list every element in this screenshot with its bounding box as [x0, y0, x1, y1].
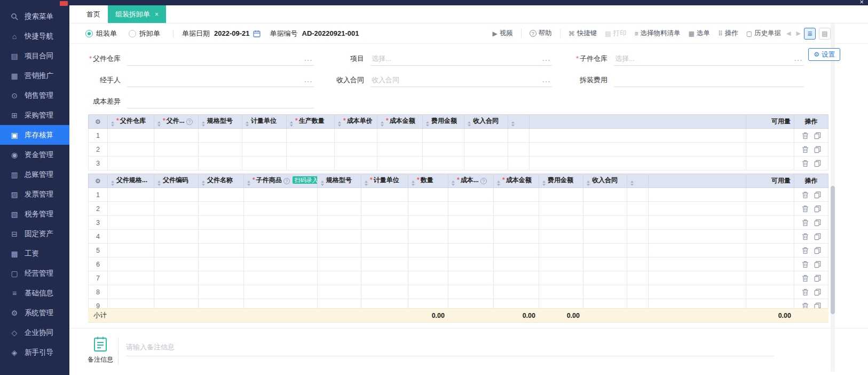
table-cell[interactable]	[448, 299, 494, 309]
sort-icon[interactable]	[246, 121, 249, 127]
calendar-icon[interactable]	[253, 30, 261, 37]
scan-entry-badge[interactable]: 扫码录入	[293, 176, 318, 184]
table-cell[interactable]	[746, 285, 794, 299]
radio-disassembly-order[interactable]: 拆卸单	[129, 29, 160, 38]
delete-row-icon[interactable]	[802, 302, 809, 308]
settings-button[interactable]: ⚙ 设置	[808, 48, 840, 61]
table-cell[interactable]	[199, 230, 244, 244]
sidebar-item-sales-mgmt[interactable]: ⊙销售管理	[0, 85, 69, 105]
table-cell[interactable]	[108, 285, 154, 299]
col-spec-model[interactable]: 规格型号	[318, 174, 361, 188]
table-cell[interactable]	[154, 129, 199, 143]
scrollbar-thumb[interactable]	[831, 186, 835, 314]
table-cell[interactable]	[746, 216, 794, 230]
table-cell[interactable]	[423, 143, 464, 157]
table-cell[interactable]	[583, 216, 627, 230]
table-cell[interactable]	[627, 257, 649, 271]
sort-icon[interactable]	[468, 121, 471, 127]
table-cell[interactable]	[508, 143, 530, 157]
table-cell[interactable]	[448, 188, 494, 202]
tab-close-icon[interactable]: ×	[155, 11, 159, 18]
col-income-contract[interactable]: 收入合同	[583, 174, 627, 188]
table-cell[interactable]	[649, 285, 746, 299]
table-cell[interactable]	[494, 216, 539, 230]
table-cell[interactable]	[199, 188, 244, 202]
col-settings[interactable]: ⚙	[89, 115, 108, 129]
table-cell[interactable]	[242, 143, 287, 157]
table-cell[interactable]	[649, 271, 746, 285]
delete-row-icon[interactable]	[802, 132, 809, 139]
col-unit[interactable]: *计量单位	[361, 174, 408, 188]
table-cell[interactable]	[318, 285, 361, 299]
table-cell[interactable]	[199, 271, 244, 285]
cost-variance-input[interactable]	[127, 95, 314, 108]
table-cell[interactable]	[244, 188, 318, 202]
sidebar-item-invoice-mgmt[interactable]: ▨发票管理	[0, 184, 69, 204]
col-extra[interactable]	[508, 115, 530, 129]
table-cell[interactable]	[746, 129, 794, 143]
table-cell[interactable]	[649, 244, 746, 257]
table-cell[interactable]	[318, 244, 361, 257]
sort-icon[interactable]	[111, 121, 114, 127]
col-available-qty[interactable]: 可用量	[746, 174, 794, 188]
table-cell[interactable]	[361, 244, 408, 257]
sidebar-item-funds-mgmt[interactable]: ◉资金管理	[0, 145, 69, 165]
table-cell[interactable]	[361, 216, 408, 230]
table-cell[interactable]	[530, 129, 746, 143]
table-cell[interactable]	[199, 257, 244, 271]
col-production-qty[interactable]: *生产数量	[287, 115, 335, 129]
table-cell[interactable]	[199, 129, 242, 143]
parent-warehouse-input[interactable]: ···	[127, 52, 314, 66]
select-bom-button[interactable]: ≡选择物料清单	[635, 29, 681, 38]
table-cell[interactable]	[464, 157, 508, 170]
table-cell[interactable]	[746, 271, 794, 285]
table-cell[interactable]	[408, 299, 448, 309]
table-cell[interactable]	[335, 129, 377, 143]
col-available-qty[interactable]: 可用量	[746, 115, 794, 129]
sort-icon[interactable]	[157, 121, 161, 127]
col-cost-amount[interactable]: *成本金额	[377, 115, 423, 129]
table-cell[interactable]	[244, 285, 318, 299]
table-cell[interactable]	[199, 143, 242, 157]
table-cell[interactable]	[244, 271, 318, 285]
table-cell[interactable]	[448, 202, 494, 216]
table-cell[interactable]	[423, 129, 464, 143]
table-cell[interactable]	[746, 143, 794, 157]
table-cell[interactable]	[508, 129, 530, 143]
table-cell[interactable]	[199, 202, 244, 216]
sort-icon[interactable]	[587, 181, 590, 186]
copy-row-icon[interactable]	[814, 205, 821, 213]
table-cell[interactable]	[494, 230, 539, 244]
sidebar-item-general-ledger[interactable]: ▥总账管理	[0, 165, 69, 184]
video-button[interactable]: ▶视频	[492, 29, 521, 38]
table-cell[interactable]	[108, 202, 154, 216]
table-cell[interactable]	[244, 299, 318, 309]
window-close-icon[interactable]: ×	[859, 0, 864, 6]
handler-input[interactable]: ···	[127, 73, 314, 87]
table-cell[interactable]	[361, 285, 408, 299]
table-cell[interactable]	[154, 157, 199, 170]
table-cell[interactable]	[627, 230, 649, 244]
table-cell[interactable]	[318, 299, 361, 309]
col-cost-unit-price[interactable]: *成本...?	[448, 174, 494, 188]
delete-row-icon[interactable]	[802, 205, 809, 213]
sidebar-item-tax-mgmt[interactable]: ▧税务管理	[0, 204, 69, 224]
shortcut-keys-button[interactable]: ⌘快捷键	[569, 29, 597, 38]
col-quantity[interactable]: *数量	[408, 174, 448, 188]
delete-row-icon[interactable]	[802, 247, 809, 254]
table-cell[interactable]	[108, 230, 154, 244]
table-cell[interactable]	[583, 244, 627, 257]
table-cell[interactable]	[539, 257, 583, 271]
table-cell[interactable]	[746, 244, 794, 257]
column-settings-gear-icon[interactable]: ⚙	[95, 177, 101, 185]
table-cell[interactable]	[583, 188, 627, 202]
table-cell[interactable]	[335, 157, 377, 170]
table-cell[interactable]	[318, 202, 361, 216]
table-cell[interactable]	[361, 188, 408, 202]
copy-row-icon[interactable]	[814, 191, 821, 199]
sidebar-item-payroll[interactable]: ▩工资	[0, 244, 69, 263]
table-cell[interactable]	[408, 271, 448, 285]
sort-icon[interactable]	[426, 121, 429, 127]
column-settings-gear-icon[interactable]: ⚙	[95, 118, 101, 126]
table-cell[interactable]	[408, 216, 448, 230]
